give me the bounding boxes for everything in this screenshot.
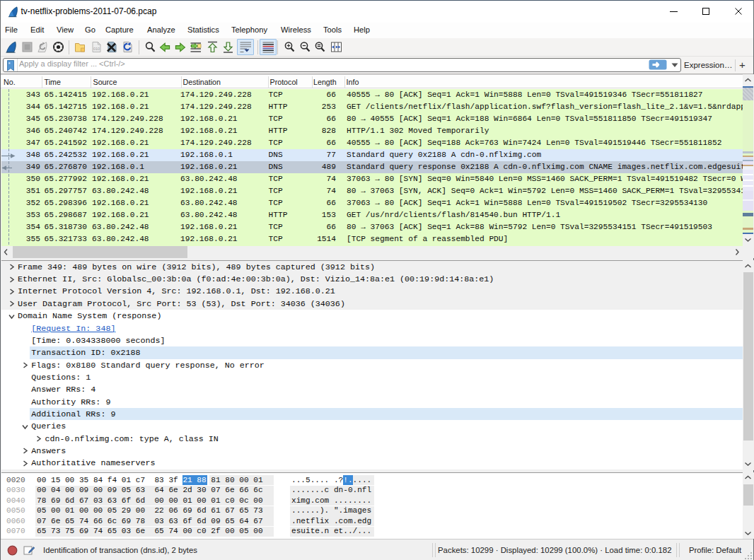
svg-text:010: 010 (93, 47, 100, 51)
